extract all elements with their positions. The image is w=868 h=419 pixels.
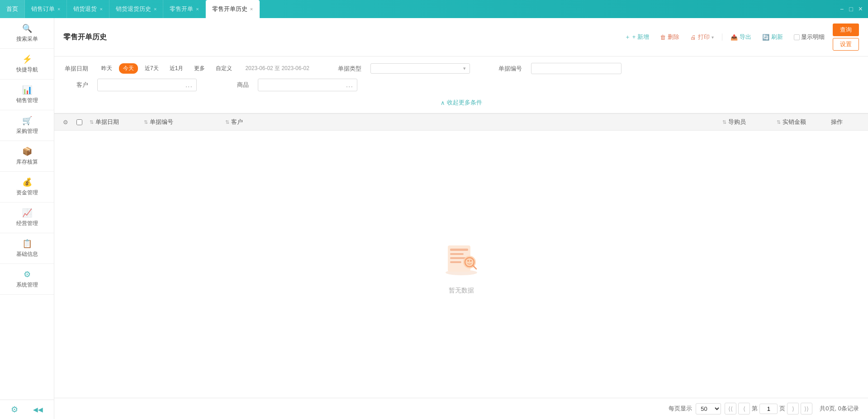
tab-retail-open-close[interactable]: × [196,7,199,12]
tab-home[interactable]: 首页 [0,0,25,18]
svg-line-8 [473,266,476,269]
sidebar-item-operation[interactable]: 📈 经营管理 [0,202,54,233]
sidebar-item-purchase-label: 采购管理 [16,127,38,135]
last-page-btn[interactable]: ⟩⟩ [801,403,812,414]
sidebar-item-purchase[interactable]: 🛒 采购管理 [0,110,54,141]
page-nav: ⟨⟨ ⟨ 第 页 ⟩ ⟩⟩ [725,403,812,414]
finance-icon: 💰 [22,177,32,187]
date-btn-yesterday[interactable]: 昨天 [97,63,116,74]
sales-icon: 📊 [22,85,32,95]
print-label: 打印 [698,33,710,41]
col-guide[interactable]: ⇅ 导购员 [719,118,773,126]
basic-icon: 📋 [22,239,32,249]
toolbar-divider [722,33,722,41]
svg-rect-4 [450,257,466,259]
customer-input[interactable] [101,82,184,89]
goods-dots-icon[interactable]: ... [346,81,353,89]
tab-sales-return-history-close[interactable]: × [154,7,157,12]
sidebar-item-basic[interactable]: 📋 基础信息 [0,233,54,264]
page-input[interactable] [759,404,778,414]
collapse-btn[interactable]: ∧ 收起更多条件 [441,99,482,107]
operation-icon: 📈 [22,208,32,218]
col-customer[interactable]: ⇅ 客户 [222,118,719,126]
display-checkbox[interactable] [794,34,800,40]
date-range: 2023-06-02 至 2023-06-02 [245,65,309,72]
quick-nav-icon: ⚡ [22,54,32,64]
sidebar: 🔍 搜索采单 ⚡ 快捷导航 📊 销售管理 🛒 采购管理 📦 库存核算 💰 资金管… [0,18,54,419]
query-button[interactable]: 查询 [833,24,859,36]
table-settings-icon[interactable]: ⚙ [59,119,72,126]
sidebar-item-finance[interactable]: 💰 资金管理 [0,172,54,202]
tab-sales-order[interactable]: 销售订单 × [25,0,67,18]
sidebar-item-inventory-label: 库存核算 [16,158,38,166]
next-page-btn[interactable]: ⟩ [787,403,799,414]
sidebar-item-search[interactable]: 🔍 搜索采单 [0,18,54,49]
sidebar-collapse-icon[interactable]: ◀◀ [33,406,43,413]
date-btn-7days[interactable]: 近7天 [141,63,163,74]
tab-sales-return[interactable]: 销货退货 × [67,0,109,18]
window-controls: − □ × [835,5,868,13]
goods-input[interactable] [262,82,344,89]
table-select-all[interactable] [72,119,86,125]
delete-button[interactable]: 🗑 删除 [657,31,682,43]
sidebar-item-sales[interactable]: 📊 销售管理 [0,80,54,110]
export-button[interactable]: 📤 导出 [728,31,754,43]
refresh-label: 刷新 [771,33,783,41]
tab-retail-open[interactable]: 零售开单 × [163,0,205,18]
print-button[interactable]: 🖨 打印 ▾ [688,31,716,43]
delete-label: 删除 [668,33,679,41]
inventory-icon: 📦 [22,146,32,156]
number-input[interactable] [535,65,617,72]
print-arrow-icon: ▾ [711,35,714,40]
setting-button[interactable]: 设置 [833,38,859,51]
tab-sales-order-close[interactable]: × [57,7,60,12]
window-max-btn[interactable]: □ [849,5,853,13]
col-customer-label: 客户 [231,118,243,126]
customer-input-wrap: ... [97,79,197,91]
per-page-select[interactable]: 50 10 20 100 [696,403,721,414]
col-amount[interactable]: ⇅ 实销金额 [773,118,827,126]
first-page-btn[interactable]: ⟨⟨ [725,403,736,414]
col-number[interactable]: ⇅ 单据编号 [140,118,222,126]
sidebar-item-inventory[interactable]: 📦 库存核算 [0,141,54,172]
date-btn-more[interactable]: 更多 [190,63,209,74]
date-btn-custom[interactable]: 自定义 [212,63,236,74]
select-all-checkbox[interactable] [76,119,82,125]
customer-dots-icon[interactable]: ... [185,81,193,89]
window-min-btn[interactable]: − [840,5,844,13]
goods-label: 商品 [224,81,249,89]
col-action: 操作 [827,118,863,126]
top-bar: 首页 销售订单 × 销货退货 × 销货退货历史 × 零售开单 × 零售开单历史 … [0,0,868,18]
sidebar-item-system[interactable]: ⚙ 系统管理 [0,264,54,295]
type-select[interactable]: ▾ [370,63,470,74]
col-date[interactable]: ⇅ 单据日期 [86,118,140,126]
refresh-icon: 🔄 [762,34,769,41]
refresh-button[interactable]: 🔄 刷新 [759,31,786,43]
tab-retail-history[interactable]: 零售开单历史 × [206,0,260,18]
query-setting-group: 查询 设置 [833,24,859,51]
sidebar-item-quick-nav[interactable]: ⚡ 快捷导航 [0,49,54,80]
empty-icon [439,234,484,279]
customer-label: 客户 [63,81,88,89]
content-area: 零售开单历史 ＋ + 新增 🗑 删除 🖨 打印 ▾ 📤 [54,18,868,419]
sidebar-item-finance-label: 资金管理 [16,189,38,197]
prev-page-btn[interactable]: ⟨ [738,403,750,414]
sidebar-item-search-label: 搜索采单 [16,35,38,43]
tab-sales-return-close[interactable]: × [100,7,102,12]
tab-retail-open-label: 零售开单 [170,5,193,13]
add-icon: ＋ [625,33,631,41]
sidebar-settings-icon[interactable]: ⚙ [11,405,18,414]
tab-sales-return-history[interactable]: 销货退货历史 × [109,0,163,18]
total-label: 共0页, 0条记录 [820,405,859,413]
display-detail-button[interactable]: 显示明细 [791,31,827,43]
date-btn-1month[interactable]: 近1月 [166,63,188,74]
tab-retail-history-close[interactable]: × [250,7,253,12]
window-close-btn[interactable]: × [859,5,863,13]
date-btn-today[interactable]: 今天 [119,63,138,74]
sidebar-item-basic-label: 基础信息 [16,250,38,258]
empty-state: 暂无数据 [54,131,868,398]
svg-rect-5 [450,261,461,263]
number-input-wrap [531,63,621,74]
export-label: 导出 [740,33,751,41]
add-button[interactable]: ＋ + 新增 [622,31,652,43]
